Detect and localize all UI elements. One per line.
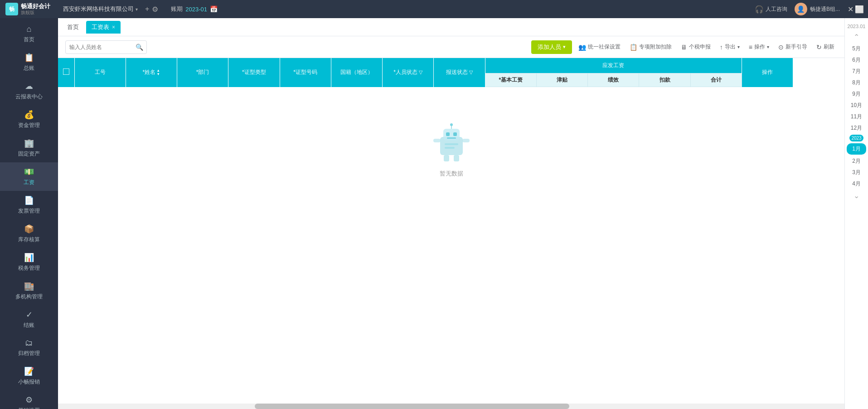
svg-rect-7 <box>444 155 449 161</box>
calendar-icon[interactable]: 📅 <box>210 5 218 13</box>
salary-table: 工号 *姓名 ▲▼ *部门 *证型类型 *证型号码 国籍（地区） *人员状 <box>58 58 844 214</box>
month-12[interactable]: 12月 <box>845 122 868 134</box>
service-button[interactable]: 🎧 人工咨询 <box>755 5 787 14</box>
tax-report-button[interactable]: 🖥 个税申报 <box>678 41 713 53</box>
maximize-window-icon[interactable]: ⬜ <box>856 6 863 12</box>
month-1[interactable]: 1月 <box>847 143 866 155</box>
add-person-label: 添加人员 <box>538 43 561 51</box>
panel-nav-up[interactable]: ⌃ <box>845 31 868 43</box>
th-deduction: 扣款 <box>639 73 690 87</box>
svg-rect-8 <box>454 155 459 161</box>
multi-icon: 🏬 <box>24 281 34 291</box>
sidebar-label-assets: 固定资产 <box>18 150 40 158</box>
operations-button[interactable]: ≡ 操作 ▾ <box>746 41 772 53</box>
svg-rect-12 <box>445 147 455 149</box>
sidebar-item-cloud[interactable]: ☁ 云报表中心 <box>0 77 58 105</box>
month-4[interactable]: 4月 <box>845 178 868 190</box>
th-action: 操作 <box>742 58 793 87</box>
tab-salary-label: 工资表 <box>92 23 109 31</box>
app-subtitle: 旗舰版 <box>21 10 50 15</box>
headset-icon: 🎧 <box>755 5 764 14</box>
month-6[interactable]: 6月 <box>845 54 868 66</box>
search-input[interactable] <box>69 44 133 50</box>
sidebar-item-inventory[interactable]: 📦 库存核算 <box>0 219 58 248</box>
period-info: 账期 2023-01 📅 <box>171 5 218 13</box>
toolbar: 🔍 添加人员 ▾ 👥 统一社保设置 📋 专项附加扣除 🖥 个税申报 <box>58 36 844 58</box>
scrollbar-thumb[interactable] <box>255 404 569 409</box>
month-10[interactable]: 10月 <box>845 100 868 111</box>
sidebar-label-ledger: 总账 <box>24 64 34 72</box>
add-icon[interactable]: + <box>145 5 149 13</box>
th-id-no: *证型号码 <box>280 58 331 87</box>
month-2[interactable]: 2月 <box>845 156 868 167</box>
tab-salary[interactable]: 工资表 × <box>86 21 121 34</box>
settings-nav-icon: ⚙ <box>25 395 33 405</box>
horizontal-scrollbar[interactable] <box>58 404 844 409</box>
tab-close-icon[interactable]: × <box>112 24 115 30</box>
export-button[interactable]: ↑ 导出 ▾ <box>717 41 742 53</box>
th-subsidy: 津贴 <box>536 73 587 87</box>
settings-icon[interactable]: ⚙ <box>152 5 158 14</box>
refresh-button[interactable]: ↻ 刷新 <box>814 41 837 53</box>
salary-icon: 💵 <box>24 167 34 177</box>
month-5[interactable]: 5月 <box>845 43 868 54</box>
sidebar-label-report: 小畅报销 <box>18 378 40 386</box>
sidebar-label-funds: 资金管理 <box>18 122 40 129</box>
close-window-icon[interactable]: ✕ <box>847 6 853 12</box>
sidebar-label-multi: 多机构管理 <box>15 293 43 301</box>
funds-icon: 💰 <box>24 110 34 120</box>
user-menu[interactable]: 👤 畅捷通B组... <box>795 3 840 15</box>
sidebar-item-report[interactable]: 📝 小畅报销 <box>0 362 58 390</box>
search-icon[interactable]: 🔍 <box>136 44 143 51</box>
sidebar-item-settings[interactable]: ⚙ 基础设置 <box>0 390 58 409</box>
empty-illustration <box>429 123 474 164</box>
special-deduction-label: 专项附加扣除 <box>639 43 672 51</box>
status-filter-icon[interactable]: ▽ <box>419 69 422 75</box>
th-base-salary: *基本工资 <box>485 73 536 87</box>
panel-nav-down[interactable]: ⌄ <box>845 190 868 202</box>
select-all-checkbox[interactable] <box>63 68 69 75</box>
empty-text: 暂无数据 <box>440 170 463 178</box>
guide-label: 新手引导 <box>786 43 807 51</box>
special-deduction-button[interactable]: 📋 专项附加扣除 <box>627 41 674 53</box>
th-name[interactable]: *姓名 ▲▼ <box>126 58 177 87</box>
th-checkbox[interactable] <box>58 58 74 87</box>
sidebar-label-inventory: 库存核算 <box>18 236 40 243</box>
social-security-icon: 👥 <box>578 44 586 51</box>
month-7[interactable]: 7月 <box>845 66 868 77</box>
th-report-status: 报送状态 ▽ <box>434 58 485 87</box>
sidebar-item-multi[interactable]: 🏬 多机构管理 <box>0 277 58 305</box>
sidebar-item-closing[interactable]: ✓ 结账 <box>0 305 58 334</box>
sidebar-label-closing: 结账 <box>24 321 34 329</box>
sidebar-label-archive: 归档管理 <box>18 350 40 357</box>
sidebar-item-home[interactable]: ⌂ 首页 <box>0 20 58 48</box>
export-icon: ↑ <box>720 44 723 51</box>
company-selector[interactable]: 西安虾米网络科技有限公司 ▾ <box>63 5 138 13</box>
name-sort-icon[interactable]: ▲▼ <box>156 69 160 76</box>
guide-button[interactable]: ⊙ 新手引导 <box>776 41 810 53</box>
svg-point-6 <box>450 123 453 126</box>
report-filter-icon[interactable]: ▽ <box>469 69 473 75</box>
sidebar-item-salary[interactable]: 💵 工资 <box>0 162 58 191</box>
top-bar: 畅 畅通好会计 旗舰版 西安虾米网络科技有限公司 ▾ + ⚙ 账期 2023-0… <box>0 0 868 18</box>
month-3[interactable]: 3月 <box>845 167 868 178</box>
svg-rect-2 <box>446 132 450 136</box>
period-value: 2023-01 <box>185 6 207 13</box>
sidebar-item-ledger[interactable]: 📋 总账 <box>0 48 58 77</box>
th-no: 工号 <box>74 58 126 87</box>
month-9[interactable]: 9月 <box>845 88 868 100</box>
sidebar-label-cloud: 云报表中心 <box>15 93 43 101</box>
month-11[interactable]: 11月 <box>845 111 868 122</box>
operations-chevron-icon: ▾ <box>767 44 769 49</box>
tab-home[interactable]: 首页 <box>63 21 82 33</box>
add-person-button[interactable]: 添加人员 ▾ <box>531 40 572 54</box>
sidebar-item-archive[interactable]: 🗂 归档管理 <box>0 334 58 362</box>
sidebar-item-tax[interactable]: 📊 税务管理 <box>0 248 58 277</box>
social-security-button[interactable]: 👥 统一社保设置 <box>576 41 623 53</box>
sidebar-item-invoice[interactable]: 📄 发票管理 <box>0 191 58 219</box>
month-8[interactable]: 8月 <box>845 77 868 88</box>
tax-report-label: 个税申报 <box>689 43 711 51</box>
sidebar-item-funds[interactable]: 💰 资金管理 <box>0 105 58 134</box>
sidebar-item-assets[interactable]: 🏢 固定资产 <box>0 134 58 162</box>
user-label: 畅捷通B组... <box>810 5 840 13</box>
